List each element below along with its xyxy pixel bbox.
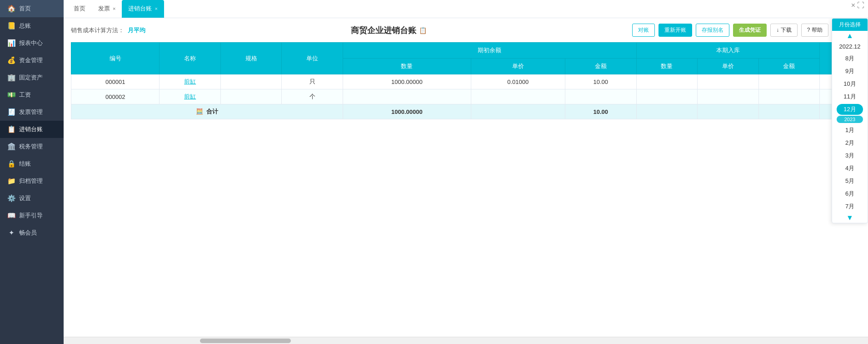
row1-opening-qty: 1000.00000 [343,74,471,89]
total-opening-amount: 10.00 [565,104,636,119]
sidebar-item-home[interactable]: 🏠 首页 [0,0,64,17]
member-icon: ✦ [7,229,15,237]
month-7[interactable]: 7月 [832,200,868,213]
col-spec: 规格 [220,43,282,74]
tab-home[interactable]: 首页 [67,0,92,18]
month-next-button[interactable]: ▼ [846,214,853,221]
maximize-window-button[interactable]: ⛶ [857,2,864,9]
table-row: 000002 前缸 个 [71,89,861,104]
col-unit: 单位 [282,43,343,74]
page-title: 商贸企业进销台账 📋 [351,25,427,36]
month-nav-down: ▼ [832,213,868,223]
tab-bar: 首页 发票 × 进销台账 × [64,0,868,18]
reopen-button[interactable]: 重新开账 [658,24,692,37]
row2-code: 000002 [71,89,160,104]
tab-invoice-close[interactable]: × [113,6,115,11]
row2-opening-qty [343,89,471,104]
row2-inbound-qty [636,89,698,104]
row1-inbound-qty [636,74,698,89]
row1-unit: 只 [282,74,343,89]
month-8[interactable]: 8月 [832,52,868,65]
tax-icon: 🏛️ [7,143,15,151]
month-prev-button[interactable]: ▲ [846,32,853,39]
total-opening-price [471,104,565,119]
tab-invoice[interactable]: 发票 × [92,0,122,18]
month-5[interactable]: 5月 [832,175,868,187]
table-wrapper: 编号 名称 规格 单位 期初余额 本期入库 数 数量 单价 金额 数量 单价 [71,42,861,119]
month-4[interactable]: 4月 [832,162,868,175]
assets-icon: 🏢 [7,74,15,82]
close-window-button[interactable]: × [851,2,855,9]
table-row: 000001 前缸 只 1000.00000 0.01000 10.00 [71,74,861,89]
row2-name: 前缸 [160,89,221,104]
row2-opening-price [471,89,565,104]
total-inbound-amount [758,104,820,119]
total-opening-qty: 1000.00000 [343,104,471,119]
total-row: 🧮 合计 1000.00000 10.00 [71,104,861,119]
row1-opening-price: 0.01000 [471,74,565,89]
row1-opening-amount: 10.00 [565,74,636,89]
month-9[interactable]: 9月 [832,65,868,78]
sidebar-item-member[interactable]: ✦ 畅会员 [0,224,64,241]
month-1[interactable]: 1月 [832,124,868,137]
sidebar-item-ledger[interactable]: 📒 总账 [0,17,64,34]
month-12[interactable]: 12月 [837,104,863,115]
download-button[interactable]: ↓ 下载 [770,24,797,37]
year-2022-label: 2022.12 [832,41,868,52]
col-inbound-qty: 数量 [636,59,698,74]
sidebar-item-reports[interactable]: 📊 报表中心 [0,34,64,52]
help-button[interactable]: ? 帮助 [801,24,828,37]
sidebar-item-archive[interactable]: 📁 归档管理 [0,172,64,190]
tab-purchase-sales[interactable]: 进销台账 × [122,0,164,18]
sidebar-item-guide[interactable]: 📖 新手引导 [0,207,64,224]
total-inbound-qty [636,104,698,119]
reconcile-button[interactable]: 对账 [632,24,655,37]
window-controls: × ⛶ [848,0,868,11]
cost-method-info: 销售成本计算方法： 月平均 [71,26,145,34]
month-3[interactable]: 3月 [832,149,868,162]
month-11[interactable]: 11月 [832,90,868,103]
row2-opening-amount [565,89,636,104]
sidebar-item-close[interactable]: 🔒 结账 [0,155,64,172]
save-as-button[interactable]: 存报别名 [696,24,729,37]
sidebar-item-funds[interactable]: 💰 资金管理 [0,52,64,69]
payroll-icon: 💵 [7,91,15,99]
reports-icon: 📊 [7,39,15,47]
generate-voucher-button[interactable]: 生成凭证 [733,24,767,37]
sidebar-item-purchase-sales[interactable]: 📋 进销台账 [0,121,64,138]
horizontal-scrollbar[interactable] [64,337,868,344]
total-icon: 🧮 [196,108,203,115]
sidebar-item-invoice-mgmt[interactable]: 🧾 发票管理 [0,103,64,121]
month-2[interactable]: 2月 [832,137,868,149]
sidebar-item-tax[interactable]: 🏛️ 税务管理 [0,138,64,155]
month-nav-up: ▲ [832,31,868,41]
col-opening-balance: 期初余额 [343,43,636,59]
home-icon: 🏠 [7,5,15,13]
month-10[interactable]: 10月 [832,78,868,90]
tab-purchase-sales-close[interactable]: × [155,6,157,11]
ledger-icon: 📒 [7,22,15,30]
row1-inbound-price [698,74,759,89]
row1-spec [220,74,282,89]
title-info-icon[interactable]: 📋 [419,27,427,34]
col-opening-amount: 金额 [565,59,636,74]
sidebar-item-payroll[interactable]: 💵 工资 [0,86,64,103]
row2-inbound-price [698,89,759,104]
info-bar: 销售成本计算方法： 月平均 商贸企业进销台账 📋 对账 重新开账 存报别名 生成… [71,24,861,37]
sidebar: 🏠 首页 📒 总账 📊 报表中心 💰 资金管理 🏢 固定资产 💵 工资 🧾 发票… [0,0,64,344]
purchase-sales-table: 编号 名称 规格 单位 期初余额 本期入库 数 数量 单价 金额 数量 单价 [71,42,861,119]
settings-icon: ⚙️ [7,194,15,202]
col-opening-price: 单价 [471,59,565,74]
row1-name: 前缸 [160,74,221,89]
total-label: 🧮 合计 [71,104,343,119]
purchase-sales-icon: 📋 [7,125,15,133]
month-6[interactable]: 6月 [832,187,868,200]
col-inbound-amount: 金额 [758,59,820,74]
content-area: 销售成本计算方法： 月平均 商贸企业进销台账 📋 对账 重新开账 存报别名 生成… [64,18,868,337]
sidebar-item-assets[interactable]: 🏢 固定资产 [0,69,64,86]
year-2023-badge: 2023 [837,116,863,123]
scrollbar-thumb[interactable] [200,339,291,343]
sidebar-item-settings[interactable]: ⚙️ 设置 [0,190,64,207]
main-content: × ⛶ 首页 发票 × 进销台账 × 销售成本计算方法： 月平均 商贸企业进销台… [64,0,868,344]
col-inbound-price: 单价 [698,59,759,74]
